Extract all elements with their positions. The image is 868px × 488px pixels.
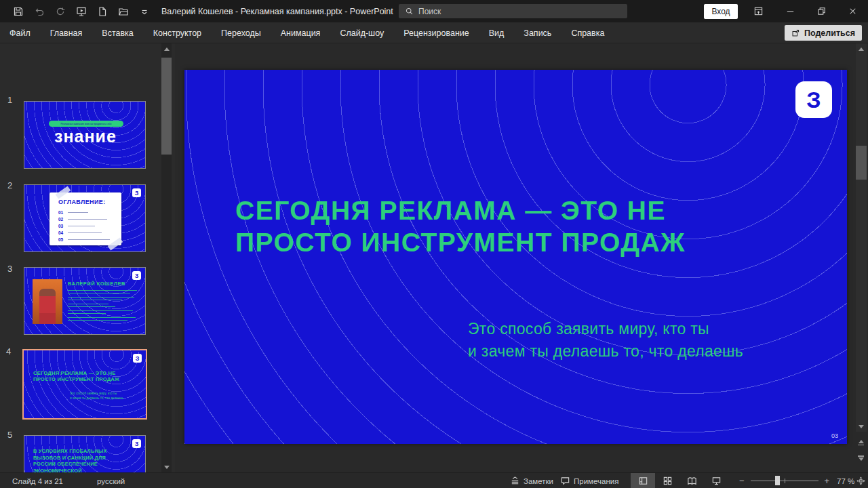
- tab-animations[interactable]: Анимация: [281, 28, 321, 38]
- toc-item-number: 04: [58, 230, 63, 235]
- zoom-slider[interactable]: [751, 481, 818, 481]
- panel-scroll-down-icon[interactable]: [161, 462, 172, 472]
- slide-sorter-icon: [663, 476, 673, 486]
- redo-icon[interactable]: [54, 5, 66, 17]
- normal-view-button[interactable]: [631, 473, 655, 488]
- main-scrollbar-thumb[interactable]: [856, 146, 867, 180]
- comments-toggle[interactable]: Примечания: [560, 473, 618, 488]
- open-folder-icon[interactable]: [117, 5, 129, 17]
- znanie-logo-icon: З: [132, 188, 141, 197]
- tab-home[interactable]: Главная: [50, 28, 83, 38]
- toc-item-number: 02: [58, 217, 63, 222]
- speaker-name: ВАЛЕРИЙ КОШЕЛЕВ: [68, 281, 125, 287]
- customize-toolbar-icon[interactable]: [138, 5, 150, 17]
- znanie-logo-icon: З: [132, 439, 141, 448]
- toc-item-number: 03: [58, 224, 63, 228]
- search-placeholder: Поиск: [418, 7, 441, 16]
- tab-record[interactable]: Запись: [524, 28, 551, 38]
- ribbon-display-options-icon[interactable]: [747, 0, 770, 22]
- slide-sorter-view-button[interactable]: [655, 473, 679, 488]
- notes-icon: [510, 476, 520, 486]
- reading-view-icon: [687, 476, 697, 486]
- restore-button[interactable]: [810, 0, 833, 22]
- slide-page-number: 03: [831, 432, 838, 439]
- slide-thumbnail-panel: 1 Рекламная кампания или как продвигать …: [0, 43, 175, 472]
- panel-scroll-up-icon[interactable]: [161, 43, 172, 54]
- new-file-icon[interactable]: [96, 5, 108, 17]
- slide-4-thumb-body: Это способ заявить миру, кто ты и зачем …: [70, 392, 138, 401]
- tab-slideshow[interactable]: Слайд-шоу: [340, 28, 384, 38]
- slide-2-number: 2: [7, 180, 12, 190]
- slide-2-thumbnail[interactable]: З ОГЛАВЛЕНИЕ: 01 02 03 04 05: [24, 184, 146, 252]
- sign-in-button[interactable]: Вход: [704, 4, 738, 19]
- zoom-out-button[interactable]: −: [739, 476, 745, 486]
- znanie-wordmark: знание: [24, 127, 146, 146]
- quick-access-toolbar: [0, 0, 150, 22]
- toc-heading: ОГЛАВЛЕНИЕ:: [58, 199, 106, 205]
- tab-transitions[interactable]: Переходы: [221, 28, 261, 38]
- slide-title[interactable]: СЕГОДНЯ РЕКЛАМА — ЭТО НЕ ПРОСТО ИНСТРУМЕ…: [235, 195, 764, 259]
- status-bar: Слайд 4 из 21 русский Заметки Примечания: [0, 472, 868, 488]
- znanie-logo-icon: З: [133, 354, 142, 363]
- toc-item-number: 01: [58, 210, 63, 215]
- share-label: Поделиться: [804, 28, 855, 38]
- slide-1-banner: Рекламная кампания или как продвигать се…: [49, 121, 123, 127]
- slide-indicator[interactable]: Слайд 4 из 21: [12, 477, 63, 485]
- fit-to-window-icon: [856, 476, 866, 486]
- slide-1-number: 1: [7, 95, 12, 105]
- slideshow-view-icon: [711, 476, 722, 486]
- slide-3-number: 3: [7, 264, 12, 274]
- language-indicator[interactable]: русский: [97, 477, 125, 485]
- slide-3-thumbnail[interactable]: З ВАЛЕРИЙ КОШЕЛЕВ: [24, 267, 146, 335]
- save-icon[interactable]: [12, 5, 24, 17]
- slide-canvas[interactable]: З СЕГОДНЯ РЕКЛАМА — ЭТО НЕ ПРОСТО ИНСТРУ…: [184, 70, 847, 444]
- toc-card: ОГЛАВЛЕНИЕ: 01 02 03 04 05: [50, 192, 121, 245]
- tab-insert[interactable]: Вставка: [102, 28, 133, 38]
- search-input[interactable]: Поиск: [399, 4, 627, 18]
- slide-4-number: 4: [6, 346, 11, 357]
- ribbon-tab-bar: Файл Главная Вставка Конструктор Переход…: [0, 22, 868, 43]
- zoom-in-button[interactable]: +: [825, 476, 830, 486]
- panel-scrollbar-thumb[interactable]: [161, 58, 172, 155]
- zoom-control: − +: [739, 473, 829, 488]
- share-button[interactable]: Поделиться: [785, 25, 862, 41]
- next-slide-icon[interactable]: [854, 453, 867, 464]
- share-icon: [791, 28, 800, 37]
- slide-4-thumb-title: СЕГОДНЯ РЕКЛАМА — ЭТО НЕ ПРОСТО ИНСТРУМЕ…: [33, 370, 121, 383]
- previous-slide-icon[interactable]: [854, 437, 867, 448]
- slideshow-view-button[interactable]: [704, 473, 728, 488]
- zoom-slider-thumb[interactable]: [775, 476, 780, 485]
- fit-to-window-button[interactable]: [856, 473, 866, 488]
- title-bar: Валерий Кошелев - Рекламная кампания.ppt…: [0, 0, 868, 22]
- zoom-level[interactable]: 77 %: [837, 473, 854, 488]
- close-button[interactable]: [841, 0, 864, 22]
- scroll-down-icon[interactable]: [854, 421, 867, 432]
- znanie-logo-icon: З: [795, 81, 832, 118]
- slide-5-number: 5: [7, 430, 12, 440]
- toc-item-number: 05: [58, 237, 63, 242]
- minimize-button[interactable]: [778, 0, 802, 22]
- tab-file[interactable]: Файл: [9, 28, 31, 38]
- search-icon: [405, 7, 414, 16]
- tab-review[interactable]: Рецензирование: [403, 28, 469, 38]
- reading-view-button[interactable]: [679, 473, 704, 488]
- comments-icon: [560, 476, 570, 486]
- notes-toggle[interactable]: Заметки: [510, 473, 553, 488]
- normal-view-icon: [638, 476, 648, 486]
- ribbon-tabs: Файл Главная Вставка Конструктор Переход…: [9, 22, 604, 43]
- start-slideshow-icon[interactable]: [75, 5, 87, 17]
- window-title: Валерий Кошелев - Рекламная кампания.ppt…: [161, 0, 393, 22]
- scroll-up-icon[interactable]: [854, 43, 867, 54]
- slide-1-thumbnail[interactable]: Рекламная кампания или как продвигать се…: [24, 101, 146, 169]
- speaker-photo: [33, 279, 62, 324]
- tab-design[interactable]: Конструктор: [153, 28, 201, 38]
- slide-4-thumbnail-selected[interactable]: З СЕГОДНЯ РЕКЛАМА — ЭТО НЕ ПРОСТО ИНСТРУ…: [22, 349, 147, 420]
- slide-subtitle[interactable]: Это способ заявить миру, кто ты и зачем …: [468, 318, 793, 363]
- powerpoint-window: Валерий Кошелев - Рекламная кампания.ppt…: [0, 0, 868, 488]
- tab-help[interactable]: Справка: [571, 28, 604, 38]
- znanie-logo-icon: З: [132, 271, 141, 280]
- main-scrollbar[interactable]: [856, 43, 867, 432]
- undo-icon[interactable]: [33, 5, 45, 17]
- tab-view[interactable]: Вид: [489, 28, 505, 38]
